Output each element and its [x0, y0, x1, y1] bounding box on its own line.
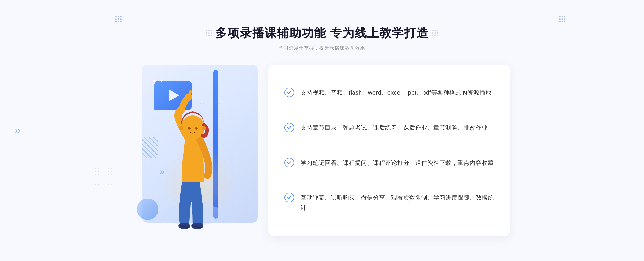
page-subtitle: 学习进度全掌握，提升录播课教学效果 [206, 45, 438, 51]
decorative-dots-left [115, 16, 120, 20]
human-figure: » [150, 86, 236, 236]
content-section: ✦ ✦ [134, 65, 510, 236]
svg-rect-8 [190, 138, 196, 144]
svg-point-4 [179, 126, 183, 130]
svg-text:»: » [160, 167, 164, 176]
left-arrow-decoration: » [15, 125, 18, 136]
page-title: 多项录播课辅助功能 专为线上教学打造 [206, 25, 438, 41]
feature-text-3: 学习笔记回看、课程提问、课程评论打分、课件资料下载，重点内容收藏 [301, 158, 494, 168]
illustration-area: ✦ ✦ [134, 65, 274, 236]
feature-item-3: 学习笔记回看、课程提问、课程评论打分、课件资料下载，重点内容收藏 [284, 152, 494, 173]
title-dots-left [206, 30, 212, 36]
check-icon-1 [284, 88, 294, 97]
features-panel: 支持视频、音频、flash、word、excel、ppt、pdf等各种格式的资源… [268, 65, 510, 236]
header-section: 多项录播课辅助功能 专为线上教学打造 学习进度全掌握，提升录播课教学效果 [206, 25, 438, 51]
title-dots-right [432, 30, 438, 36]
check-icon-4 [284, 193, 294, 202]
svg-point-6 [188, 127, 191, 130]
svg-point-7 [195, 127, 198, 130]
feature-item-2: 支持章节目录、弹题考试、课后练习、课后作业、章节测验、批改作业 [284, 117, 494, 138]
feature-item-4: 互动弹幕、试听购买、微信分享、观看次数限制、学习进度跟踪、数据统计 [284, 187, 494, 218]
feature-text-4: 互动弹幕、试听购买、微信分享、观看次数限制、学习进度跟踪、数据统计 [301, 193, 494, 213]
decorative-dots-right [559, 16, 564, 20]
page-wrapper: » 多项录播课辅助功能 专为线上教学打造 学习进度全掌握，提升录播课教学效果 [0, 0, 644, 261]
check-icon-2 [284, 123, 294, 132]
svg-point-5 [202, 126, 206, 130]
feature-item-1: 支持视频、音频、flash、word、excel、ppt、pdf等各种格式的资源… [284, 82, 494, 103]
sparkle-decoration-1: ✦ [152, 77, 157, 84]
feature-text-1: 支持视频、音频、flash、word、excel、ppt、pdf等各种格式的资源… [301, 88, 492, 98]
dots-pattern-bottom [94, 163, 121, 185]
feature-text-2: 支持章节目录、弹题考试、课后练习、课后作业、章节测验、批改作业 [301, 123, 488, 133]
check-icon-3 [284, 158, 294, 167]
svg-point-2 [204, 172, 211, 179]
sparkle-decoration-2: ✦ [160, 79, 163, 84]
